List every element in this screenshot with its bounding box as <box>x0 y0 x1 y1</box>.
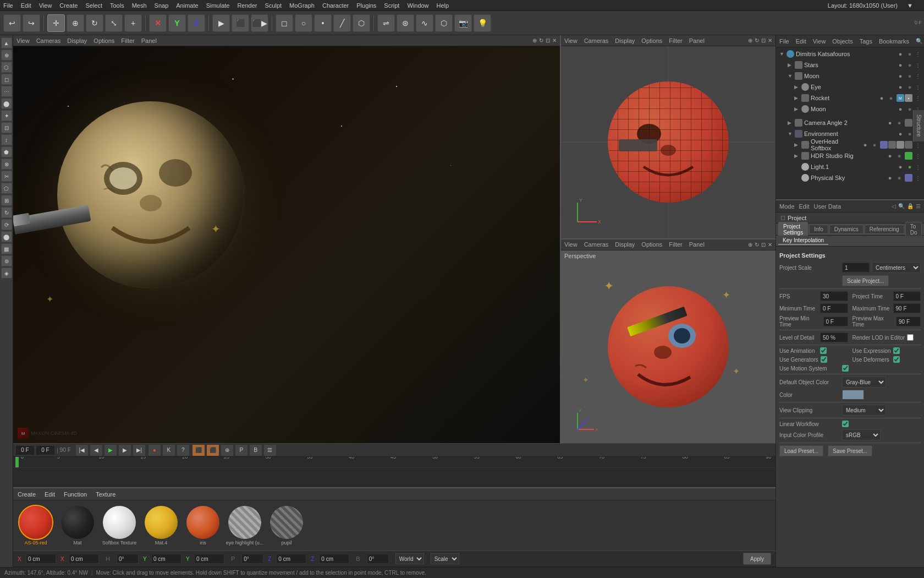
obj-vis2-10[interactable]: ● <box>895 152 903 159</box>
obj-row-11[interactable]: Light.1 ● ● ⋮ <box>777 161 923 172</box>
render-lod-checkbox[interactable] <box>907 334 914 341</box>
mat-texture-menu[interactable]: Texture <box>96 491 116 498</box>
use-motion-system-checkbox[interactable] <box>842 365 849 372</box>
menu-window[interactable]: Window <box>407 2 428 9</box>
poly-mode-button[interactable]: ⬡ <box>353 14 370 32</box>
attr-tab-todo[interactable]: To Do <box>905 222 922 237</box>
obj-row-6[interactable]: ▶ Moon ● ● ⋮ <box>777 103 923 114</box>
front-vp-filter-menu[interactable]: Filter <box>669 37 682 44</box>
attr-edit-menu[interactable]: Edit <box>799 203 810 210</box>
persp-vp-panel-menu[interactable]: Panel <box>689 241 705 248</box>
menu-view[interactable]: View <box>39 2 52 9</box>
material-item-4[interactable]: iris <box>184 506 222 546</box>
scale-project-button[interactable]: Scale Project... <box>842 275 889 286</box>
tool-16[interactable]: ⟳ <box>1 219 12 230</box>
attr-options-icon[interactable]: 🔒 <box>907 203 914 209</box>
persp-vp-cameras-menu[interactable]: Cameras <box>584 241 609 248</box>
obj-vis-9[interactable]: ● <box>861 141 869 148</box>
obj-row-1[interactable]: ▼ Dimitris Katsafouros ● ● ⋮ <box>777 48 923 59</box>
menu-snap[interactable]: Snap <box>155 2 169 9</box>
attr-tab-info[interactable]: Info <box>809 225 828 234</box>
tool-18[interactable]: ▦ <box>1 243 12 254</box>
obj-dots-1[interactable]: ⋮ <box>915 51 921 57</box>
obj-vis-3[interactable]: ● <box>897 73 904 79</box>
fps-input[interactable] <box>820 291 848 301</box>
vp-panel-menu[interactable]: Panel <box>141 37 157 44</box>
obj-vis-11[interactable]: ● <box>897 163 904 170</box>
menu-edit[interactable]: Edit <box>21 2 31 9</box>
obj-tab-bookmarks[interactable]: Bookmarks <box>879 38 909 45</box>
save-preset-button[interactable]: Save Preset... <box>828 445 872 456</box>
obj-tab-view[interactable]: View <box>813 38 826 45</box>
perspective-viewport[interactable]: View Cameras Display Options Filter Pane… <box>561 239 776 444</box>
use-generators-checkbox[interactable] <box>821 356 827 363</box>
null-button[interactable]: ○ <box>295 14 312 32</box>
color-swatch[interactable] <box>842 390 864 400</box>
timeline-mode-3[interactable]: ⊛ <box>221 444 234 456</box>
obj-row-2[interactable]: ▶ Stars ● ● ⋮ <box>777 59 923 70</box>
attr-sub-tab-key-interp[interactable]: Key Interpolation <box>778 237 828 245</box>
persp-viewport-canvas[interactable]: Perspective <box>561 250 776 444</box>
persp-vp-options-menu[interactable]: Options <box>641 241 662 248</box>
attr-tab-dynamics[interactable]: Dynamics <box>829 225 864 234</box>
coord-b-input[interactable] <box>367 554 389 564</box>
main-viewport-canvas[interactable]: ✦ ✦ M MAXON CINEMA 4D <box>13 46 560 443</box>
tool-9[interactable]: ↕ <box>1 134 12 145</box>
y-axis-button[interactable]: Y <box>168 14 186 32</box>
mat-create-menu[interactable]: Create <box>18 491 36 498</box>
menu-character[interactable]: Character <box>322 2 349 9</box>
coord-y2-input[interactable] <box>194 554 224 564</box>
front-viewport-canvas[interactable]: Front <box>561 46 776 238</box>
vp-cameras-menu[interactable]: Cameras <box>36 37 61 44</box>
vp-options-menu[interactable]: Options <box>94 37 114 44</box>
obj-row-10[interactable]: ▶ HDR Studio Rig ● ● ⋮ <box>777 150 923 161</box>
tool-7[interactable]: ✦ <box>1 110 12 121</box>
obj-vis2-9[interactable]: ● <box>871 141 878 148</box>
spline-button[interactable]: ∿ <box>416 14 433 32</box>
tool-1[interactable]: ▲ <box>1 37 12 48</box>
coord-world-select[interactable]: World Local <box>395 553 424 564</box>
tool-13[interactable]: ⬠ <box>1 183 12 194</box>
obj-dots-10[interactable]: ⋮ <box>915 153 921 159</box>
coord-z-input[interactable] <box>276 554 306 564</box>
use-expression-checkbox[interactable] <box>893 347 900 354</box>
menu-script[interactable]: Script <box>384 2 399 9</box>
x-axis-button[interactable]: ✕ <box>149 14 167 32</box>
attr-tab-referencing[interactable]: Referencing <box>865 225 904 234</box>
obj-vis-1[interactable]: ● <box>897 51 904 57</box>
obj-dots-12[interactable]: ⋮ <box>915 175 921 181</box>
timeline-start-frame-input[interactable] <box>36 445 55 455</box>
front-vp-display-menu[interactable]: Display <box>615 37 635 44</box>
tool-2[interactable]: ⊕ <box>1 50 12 61</box>
material-item-6[interactable]: pupil <box>267 506 306 546</box>
menu-file[interactable]: File <box>3 2 13 9</box>
obj-row-3[interactable]: ▼ Moon ● ● ⋮ <box>777 70 923 81</box>
persp-vp-display-menu[interactable]: Display <box>615 241 635 248</box>
coord-x-input[interactable] <box>26 554 56 564</box>
obj-dots-11[interactable]: ⋮ <box>915 164 921 170</box>
tool-4[interactable]: ◻ <box>1 74 12 85</box>
lod-input[interactable] <box>820 332 848 342</box>
vp-display-menu[interactable]: Display <box>67 37 87 44</box>
tool-5[interactable]: ⋯ <box>1 86 12 97</box>
obj-dots-2[interactable]: ⋮ <box>915 62 921 68</box>
use-deformers-checkbox[interactable] <box>893 356 900 363</box>
obj-dots-4[interactable]: ⋮ <box>915 84 921 90</box>
obj-tab-edit[interactable]: Edit <box>796 38 806 45</box>
persp-vp-icon-2[interactable]: ↻ <box>755 242 759 248</box>
obj-dots-5[interactable]: ⋮ <box>915 95 921 101</box>
coord-apply-button[interactable]: Apply <box>743 553 771 565</box>
attr-tab-project-settings[interactable]: Project Settings <box>778 222 808 237</box>
menu-mograph[interactable]: MoGraph <box>289 2 315 9</box>
persp-vp-icon-3[interactable]: ⊡ <box>761 242 766 248</box>
render-button[interactable]: ▶ <box>212 14 230 32</box>
persp-vp-icon-4[interactable]: ✕ <box>768 242 772 248</box>
subdivision-button[interactable]: ⬡ <box>435 14 453 32</box>
tool-20[interactable]: ◈ <box>1 268 12 279</box>
persp-vp-icon-1[interactable]: ⊕ <box>748 242 752 248</box>
obj-vis-8[interactable]: ● <box>897 130 904 137</box>
obj-vis2-5[interactable]: ● <box>887 95 895 101</box>
view-clipping-select[interactable]: Medium Low High <box>842 405 886 416</box>
render-region-button[interactable]: ⬛ <box>232 14 249 32</box>
render-anim-button[interactable]: ⬛▶ <box>251 14 268 32</box>
